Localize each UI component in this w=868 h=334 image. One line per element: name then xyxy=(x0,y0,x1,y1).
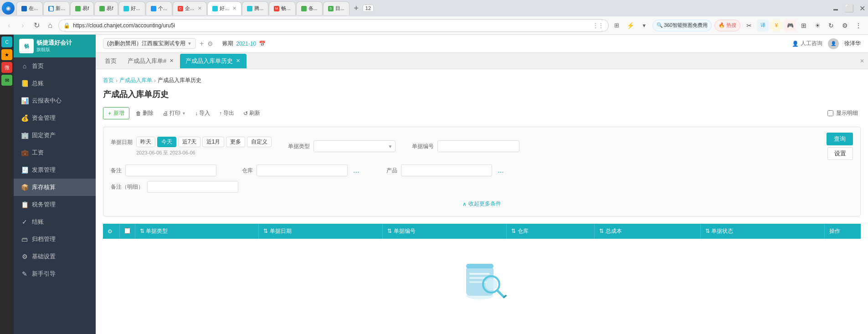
tab-畅[interactable]: M 畅... xyxy=(269,1,295,15)
breadcrumb-home[interactable]: 首页 xyxy=(103,77,114,84)
col-status-sort-icon[interactable]: ⇅ xyxy=(705,228,710,234)
sidebar-item-settle[interactable]: ✓ 结账 xyxy=(14,213,96,231)
tab-易2[interactable]: 易f xyxy=(94,1,118,15)
forward-button[interactable]: › xyxy=(17,20,28,31)
browser-back-nav-icon[interactable]: ◉ xyxy=(2,2,15,15)
show-detail-checkbox[interactable]: 显示明细 xyxy=(825,108,861,118)
detail-note-input[interactable] xyxy=(147,181,238,193)
dock-app-star[interactable]: ★ xyxy=(1,49,12,60)
page-tab-history-close[interactable]: ✕ xyxy=(235,58,241,64)
service-button[interactable]: 👤 人工咨询 xyxy=(792,40,822,47)
col-warehouse[interactable]: ⇅ 仓库 xyxy=(507,224,595,239)
tab-在[interactable]: 在... xyxy=(16,1,43,15)
address-bar[interactable]: 🔒 https://cloud.chanjet.com/accounting/u… xyxy=(58,19,609,32)
tab-各[interactable]: 各... xyxy=(296,1,323,15)
extensions-panel-icon[interactable]: ⊞ xyxy=(611,20,622,31)
tab-count-badge[interactable]: 12 xyxy=(363,5,374,12)
import-button[interactable]: ↓ 导入 xyxy=(192,108,213,118)
page-tab-home[interactable]: 首页 xyxy=(99,54,122,68)
dock-app-mail[interactable]: ✉ xyxy=(1,75,12,86)
query-button[interactable]: 查询 xyxy=(827,133,853,145)
search-bar[interactable]: 🔍 360智能抠图免费用 xyxy=(652,20,712,31)
tab-腾[interactable]: 腾... xyxy=(242,1,268,15)
dropdown-arrow[interactable]: ▼ xyxy=(639,20,650,31)
settings-icon[interactable]: ⚙ xyxy=(839,20,851,31)
back-button[interactable]: ‹ xyxy=(4,20,15,31)
col-cost[interactable]: ⇅ 总成本 xyxy=(595,224,700,239)
date-btn-today[interactable]: 今天 xyxy=(157,137,176,147)
date-btn-more[interactable]: 更多 xyxy=(226,137,245,147)
collapse-button[interactable]: ∧ 收起更多条件 xyxy=(111,197,853,211)
close-icon-list[interactable]: ✕ xyxy=(168,58,175,64)
panel-close-x-icon[interactable]: ✕ xyxy=(860,58,864,64)
number-input[interactable] xyxy=(437,140,519,152)
page-tab-history[interactable]: 产成品入库单历史 ✕ xyxy=(180,54,247,68)
extensions-icon[interactable]: ⋮⋮ xyxy=(593,22,604,29)
sidebar-item-finance[interactable]: 💰 资金管理 xyxy=(14,109,96,127)
more-icon[interactable]: ⋮ xyxy=(853,20,864,31)
add-button[interactable]: + 新增 xyxy=(103,107,129,119)
col-number[interactable]: ⇅ 单据编号 xyxy=(383,224,507,239)
close-icon-history[interactable]: ✕ xyxy=(235,58,241,64)
panel-close-button[interactable]: ✕ xyxy=(860,58,864,64)
col-gear[interactable]: ⚙ xyxy=(103,224,119,239)
home-button[interactable]: ⌂ xyxy=(45,20,56,31)
sidebar-item-inventory[interactable]: 📦 库存核算 xyxy=(14,179,96,196)
tab-新[interactable]: 📄 新... xyxy=(43,1,70,15)
product-dots-icon[interactable]: ... xyxy=(496,166,505,175)
col-warehouse-sort-icon[interactable]: ⇅ xyxy=(511,228,516,234)
col-type-sort-icon[interactable]: ⇅ xyxy=(140,228,144,234)
sidebar-item-home[interactable]: ⌂ 首页 xyxy=(14,57,96,75)
tab-易1[interactable]: 易f xyxy=(70,1,94,15)
note-input[interactable] xyxy=(125,164,216,176)
dock-app-chanjet[interactable]: C xyxy=(1,36,12,47)
user-name-display[interactable]: 徐泽华 xyxy=(844,40,861,47)
sidebar-item-invoice[interactable]: 🧾 发票管理 xyxy=(14,161,96,179)
company-selector[interactable]: (勿删勿禁用）江西服宝测试专用 ▼ xyxy=(103,38,196,49)
print-button[interactable]: 🖨 打印 ▼ xyxy=(160,108,189,118)
warehouse-input[interactable] xyxy=(257,164,348,176)
sidebar-item-archive[interactable]: 🗃 归档管理 xyxy=(14,231,96,248)
show-detail-input[interactable] xyxy=(827,110,833,116)
theme-icon[interactable]: ☀ xyxy=(812,20,823,31)
tab-企-close[interactable]: ✕ xyxy=(198,5,202,11)
export-button[interactable]: ↑ 导出 xyxy=(216,108,237,118)
refresh-button[interactable]: ↻ xyxy=(31,20,42,31)
settings-company-button[interactable]: ⚙ xyxy=(207,40,213,47)
refresh-button[interactable]: ↺ 刷新 xyxy=(241,108,263,118)
delete-button[interactable]: 🗑 删除 xyxy=(133,108,156,118)
tab-个[interactable]: 个... xyxy=(146,1,172,15)
scissors-icon[interactable]: ✂ xyxy=(743,20,755,31)
sidebar-item-tax[interactable]: 📋 税务管理 xyxy=(14,196,96,213)
warehouse-dots-icon[interactable]: ... xyxy=(351,166,361,175)
date-btn-custom[interactable]: 自定义 xyxy=(247,137,272,147)
sidebar-item-report[interactable]: 📊 云报表中心 xyxy=(14,92,96,109)
grid-icon[interactable]: ⊞ xyxy=(798,20,810,31)
tab-企[interactable]: C 企... ✕ xyxy=(173,1,207,15)
restore-window-icon[interactable]: 🗕 xyxy=(831,3,840,13)
select-all-checkbox[interactable] xyxy=(124,228,130,234)
table-gear-icon[interactable]: ⚙ xyxy=(108,228,113,235)
sidebar-item-ledger[interactable]: 📒 总账 xyxy=(14,75,96,92)
sidebar-item-assets[interactable]: 🏢 固定资产 xyxy=(14,127,96,144)
col-checkbox[interactable] xyxy=(119,224,135,239)
game-icon[interactable]: 🎮 xyxy=(784,20,796,31)
col-date-sort-icon[interactable]: ⇅ xyxy=(263,228,268,234)
page-tab-list[interactable]: 产成品入库单# ✕ xyxy=(122,54,180,68)
sidebar-item-settings[interactable]: ⚙ 基础设置 xyxy=(14,248,96,265)
hot-search-btn[interactable]: 🔥 热搜 xyxy=(714,20,740,31)
date-btn-yesterday[interactable]: 昨天 xyxy=(136,137,155,147)
type-select[interactable]: ▼ xyxy=(313,140,395,152)
calendar-icon[interactable]: 📅 xyxy=(259,41,266,47)
col-status[interactable]: ⇅ 单据状态 xyxy=(700,224,824,239)
col-number-sort-icon[interactable]: ⇅ xyxy=(387,228,392,234)
breadcrumb-list[interactable]: 产成品入库单 xyxy=(119,77,152,84)
tab-目[interactable]: S 目... xyxy=(323,1,349,15)
lightning-icon[interactable]: ⚡ xyxy=(625,20,636,31)
translate-icon[interactable]: 译 xyxy=(757,20,769,31)
yuan-icon[interactable]: ¥ xyxy=(770,20,782,31)
new-tab-button[interactable]: + xyxy=(350,2,363,15)
sidebar-item-salary[interactable]: 💼 工资 xyxy=(14,144,96,161)
tab-好2[interactable]: 好... ✕ xyxy=(207,1,241,15)
col-date[interactable]: ⇅ 单据日期 xyxy=(259,224,383,239)
